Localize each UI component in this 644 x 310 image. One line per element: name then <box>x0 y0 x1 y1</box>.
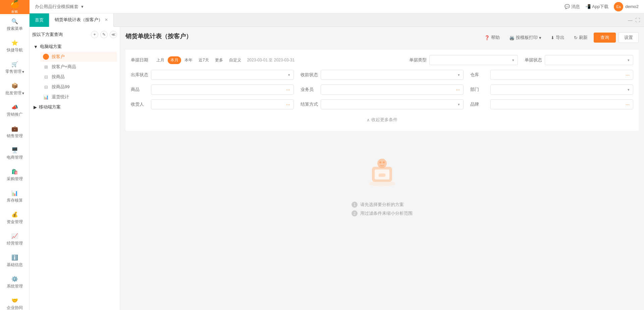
date-btn-current-year[interactable]: 本年 <box>182 56 195 64</box>
return-stats-label: 退货统计 <box>52 94 69 100</box>
doc-status-arrow-icon: ▾ <box>628 58 630 62</box>
filter-salesperson: 业务员 ··· <box>301 85 464 95</box>
doc-type-select[interactable]: ▾ <box>429 55 518 65</box>
avatar: Ea <box>614 2 623 11</box>
page-title: 销货单统计表（按客户） <box>125 32 192 40</box>
by-goods99-label: 按商品99 <box>52 84 69 90</box>
tab-home[interactable]: 首页 <box>30 13 49 27</box>
sidebar-item-marketing[interactable]: 📣 营销推广 <box>0 100 29 121</box>
app-download-label: App下载 <box>592 4 608 10</box>
payment-select[interactable]: ▾ <box>321 99 464 109</box>
sidebar-item-sales[interactable]: 💼 销售管理 <box>0 121 29 143</box>
scheme-by-goods[interactable]: ⊟ 按商品 <box>40 72 117 82</box>
department-select[interactable]: ▾ <box>490 85 633 95</box>
svg-point-5 <box>383 161 385 163</box>
date-bar: 上月 本月 本年 近7天 更多 自定义 2023-03-01 至 2023-03… <box>154 56 294 64</box>
industry-title: 办公用品行业模拟账套 <box>35 4 78 10</box>
goods-input[interactable]: ··· <box>151 85 294 95</box>
add-scheme-btn[interactable]: + <box>91 31 98 38</box>
tab-close-icon[interactable]: ✕ <box>105 17 108 22</box>
print-btn[interactable]: 🖨️ 按模板打印 ▾ <box>506 33 545 42</box>
filter-warehouse: 仓库 ··· <box>470 70 633 80</box>
user-profile[interactable]: Ea demo2 <box>614 2 639 11</box>
collapse-filters-btn[interactable]: ∧ 收起更多条件 <box>131 114 633 125</box>
tab-stats[interactable]: 销货单统计表（按客户） ✕ <box>49 13 114 27</box>
collapse-label: 收起更多条件 <box>371 117 397 123</box>
content-top-bar: 销货单统计表（按客户） ❓ 帮助 🖨️ 按模板打印 ▾ ⬇ 导出 <box>125 32 639 46</box>
sidebar-item-operations-label: 经营管理 <box>7 241 23 246</box>
out-status-select[interactable]: ▾ <box>151 70 294 80</box>
help-btn[interactable]: ❓ 帮助 <box>481 33 503 42</box>
content-right: 销货单统计表（按客户） ❓ 帮助 🖨️ 按模板打印 ▾ ⬇ 导出 <box>120 27 644 310</box>
empty-hints: 1 请先选择要分析的方案 2 用过滤条件来缩小分析范围 <box>352 202 413 216</box>
by-goods-label: 按商品 <box>52 74 65 80</box>
maximize-icon[interactable]: ⛶ <box>635 17 640 23</box>
mobile-schemes-toggle[interactable]: ▶ 移动端方案 <box>32 102 117 112</box>
collapse-up-icon: ∧ <box>367 117 370 122</box>
industry-dropdown-icon: ▾ <box>81 4 84 9</box>
warehouse-more-icon: ··· <box>626 72 630 78</box>
app-download-btn[interactable]: 📲 App下载 <box>585 4 608 10</box>
sidebar: 🍊 标账 🔍 搜索菜单 ⭐ 快捷导航 🛒 零售管理 ▾ 📦 批发管理 ▾ 📣 营… <box>0 0 30 310</box>
sidebar-item-search[interactable]: 🔍 搜索菜单 <box>0 14 29 36</box>
export-icon: ⬇ <box>551 35 554 40</box>
filter-row-3: 商品 ··· 业务员 ··· <box>131 85 633 95</box>
sidebar-item-system[interactable]: ⚙️ 系统管理 <box>0 272 29 293</box>
sidebar-item-retail[interactable]: 🛒 零售管理 ▾ <box>0 57 29 79</box>
edit-scheme-btn[interactable]: ✎ <box>100 31 108 38</box>
sidebar-item-ecommerce-label: 电商管理 <box>7 155 23 160</box>
mobile-tree-arrow-icon: ▶ <box>34 105 37 110</box>
sidebar-item-wholesale[interactable]: 📦 批发管理 ▾ <box>0 79 29 100</box>
recipient-input[interactable]: ··· <box>151 99 294 109</box>
warehouse-input[interactable]: ··· <box>490 70 633 80</box>
sidebar-item-basic[interactable]: ℹ️ 基础信息 <box>0 250 29 272</box>
receive-status-select[interactable]: ▾ <box>321 70 464 80</box>
export-btn[interactable]: ⬇ 导出 <box>547 33 568 42</box>
sidebar-item-ecommerce[interactable]: 🖥️ 电商管理 <box>0 143 29 164</box>
date-btn-more[interactable]: 更多 <box>212 56 226 64</box>
scheme-return-stats[interactable]: 📊 退货统计 <box>40 92 117 102</box>
main-area: 办公用品行业模拟账套 ▾ 💬 消息 📲 App下载 Ea demo2 首页 <box>30 0 644 310</box>
settings-btn[interactable]: 设置 <box>619 32 639 43</box>
date-btn-custom[interactable]: 自定义 <box>226 56 244 64</box>
finance-icon: 💰 <box>11 211 18 218</box>
hint-1-text: 请先选择要分析的方案 <box>360 202 404 208</box>
scheme-by-customer-goods[interactable]: ⊞ 按客户+商品 <box>40 62 117 72</box>
desktop-schemes-toggle[interactable]: ▼ 电脑端方案 <box>32 42 117 52</box>
wholesale-icon: 📦 <box>11 83 18 89</box>
collapse-panel-btn[interactable]: ≪ <box>110 31 117 38</box>
sidebar-item-operations[interactable]: 📈 经营管理 <box>0 229 29 250</box>
sidebar-item-inventory[interactable]: 📊 库存核算 <box>0 186 29 207</box>
goods-label: 商品 <box>131 87 151 93</box>
logo[interactable]: 🍊 标账 <box>0 0 30 14</box>
top-bar-actions: ❓ 帮助 🖨️ 按模板打印 ▾ ⬇ 导出 ↻ 刷新 <box>481 32 639 43</box>
mobile-schemes-section: ▶ 移动端方案 <box>32 102 117 112</box>
scheme-by-goods99[interactable]: ⊟ 按商品99 <box>40 82 117 92</box>
doc-status-select[interactable]: ▾ <box>545 55 633 65</box>
tab-home-label: 首页 <box>35 17 44 23</box>
warehouse-label: 仓库 <box>470 72 490 78</box>
message-btn[interactable]: 💬 消息 <box>565 4 580 10</box>
date-btn-7days[interactable]: 近7天 <box>196 56 212 64</box>
system-icon: ⚙️ <box>11 276 18 282</box>
date-btn-current-month[interactable]: 本月 <box>168 56 181 64</box>
doc-status-label: 单据状态 <box>525 57 545 63</box>
industry-selector[interactable]: 办公用品行业模拟账套 ▾ <box>35 4 84 10</box>
by-customer-goods-icon: ⊞ <box>43 64 49 70</box>
date-btn-prev-month[interactable]: 上月 <box>154 56 167 64</box>
sidebar-item-enterprise[interactable]: 🤝 企业协同 <box>0 293 29 310</box>
doc-type-label: 单据类型 <box>409 57 429 63</box>
scheme-by-customer[interactable]: 客 按客户 <box>40 52 117 62</box>
sidebar-item-quick-nav[interactable]: ⭐ 快捷导航 <box>0 36 29 57</box>
brand-input[interactable]: ··· <box>490 99 633 109</box>
empty-hint-1: 1 请先选择要分析的方案 <box>352 202 413 208</box>
refresh-btn[interactable]: ↻ 刷新 <box>571 33 591 42</box>
sidebar-item-finance[interactable]: 💰 资金管理 <box>0 207 29 229</box>
filter-doc-type: 单据类型 ▾ <box>409 55 518 65</box>
sidebar-item-purchase[interactable]: 🛍️ 采购管理 <box>0 164 29 186</box>
top-header: 办公用品行业模拟账套 ▾ 💬 消息 📲 App下载 Ea demo2 <box>30 0 644 13</box>
query-btn[interactable]: 查询 <box>594 33 616 43</box>
minimize-icon[interactable]: — <box>628 17 633 23</box>
filter-row-4: 收货人 ··· 结算方式 ▾ <box>131 99 633 109</box>
salesperson-input[interactable]: ··· <box>321 85 464 95</box>
